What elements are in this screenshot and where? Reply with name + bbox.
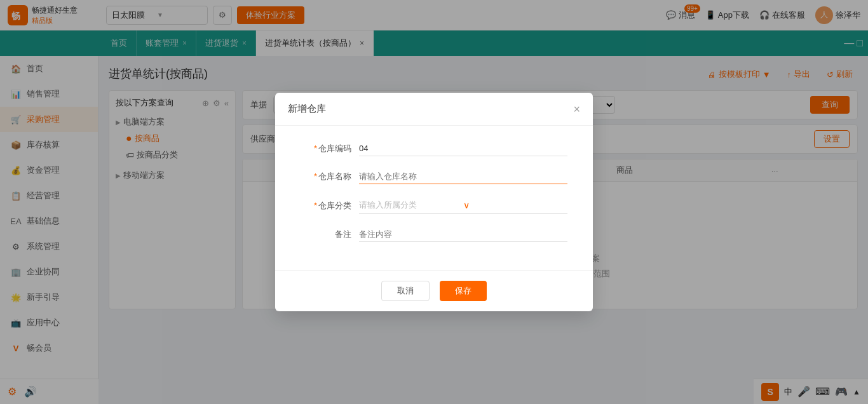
modal-title: 新增仓库 xyxy=(288,103,326,115)
form-row-name: 仓库名称 xyxy=(301,169,567,184)
category-label: 仓库分类 xyxy=(301,200,351,212)
modal-body: 仓库编码 仓库名称 仓库分类 请输入所属分类 ∨ xyxy=(275,126,593,270)
category-field: 请输入所属分类 ∨ xyxy=(359,197,567,214)
cancel-button[interactable]: 取消 xyxy=(381,281,430,301)
form-row-code: 仓库编码 xyxy=(301,141,567,156)
name-label: 仓库名称 xyxy=(301,171,351,182)
category-placeholder: 请输入所属分类 xyxy=(359,199,463,211)
name-field xyxy=(359,169,567,184)
modal-header: 新增仓库 × xyxy=(275,93,593,126)
note-input[interactable] xyxy=(359,227,567,242)
save-button[interactable]: 保存 xyxy=(440,281,487,301)
name-input[interactable] xyxy=(359,169,567,184)
modal-close-button[interactable]: × xyxy=(573,104,580,115)
note-field xyxy=(359,227,567,242)
code-label: 仓库编码 xyxy=(301,143,351,154)
modal-overlay: 新增仓库 × 仓库编码 仓库名称 仓库分类 xyxy=(0,0,868,404)
code-input[interactable] xyxy=(359,141,567,156)
code-field xyxy=(359,141,567,156)
modal-footer: 取消 保存 xyxy=(275,270,593,311)
add-warehouse-modal: 新增仓库 × 仓库编码 仓库名称 仓库分类 xyxy=(275,93,593,311)
note-label: 备注 xyxy=(301,229,351,240)
form-row-category: 仓库分类 请输入所属分类 ∨ xyxy=(301,197,567,214)
category-select[interactable]: 请输入所属分类 ∨ xyxy=(359,197,567,214)
form-row-note: 备注 xyxy=(301,227,567,242)
category-dropdown-arrow: ∨ xyxy=(463,200,567,210)
